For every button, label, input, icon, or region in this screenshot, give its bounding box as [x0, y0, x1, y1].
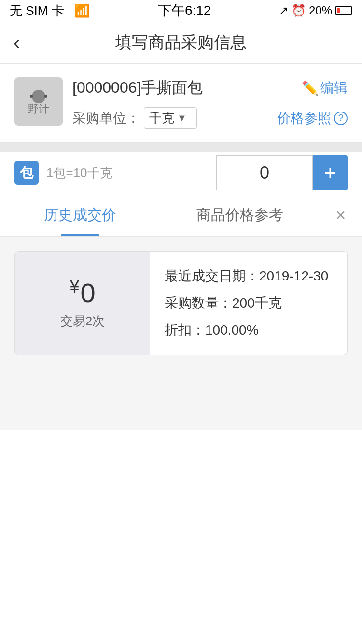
- status-time: 下午6:12: [158, 1, 211, 20]
- battery-icon: [335, 6, 352, 15]
- svg-text:野计: 野计: [28, 103, 49, 115]
- history-content: ¥0 交易2次 最近成交日期：2019-12-30 采购数量：200千克 折扣：…: [0, 237, 362, 430]
- quantity-unit-icon-label: 包: [20, 164, 33, 182]
- battery-percentage: 20%: [309, 4, 332, 17]
- history-trades-count: 交易2次: [60, 313, 105, 330]
- purchase-quantity-value: 200千克: [232, 295, 282, 310]
- quantity-unit-icon: 包: [14, 161, 39, 185]
- price-ref-label: 价格参照: [277, 109, 331, 127]
- edit-button[interactable]: ✏️ 编辑: [302, 79, 348, 97]
- recent-date-label: 最近成交日期：: [165, 268, 259, 283]
- discount-label: 折扣：: [165, 322, 205, 337]
- page-title: 填写商品采购信息: [115, 31, 247, 54]
- product-image-placeholder: 野计: [19, 82, 58, 121]
- tab-history-label: 历史成交价: [44, 205, 116, 225]
- status-right-group: ↗ ⏰ 20%: [279, 4, 352, 17]
- tab-close-button[interactable]: ×: [320, 205, 362, 225]
- quantity-input-group: +: [216, 155, 348, 190]
- product-unit-row: 采购单位： 千克 ▼ 价格参照 ?: [72, 107, 348, 129]
- unit-label-group: 采购单位： 千克 ▼: [72, 107, 197, 129]
- quantity-row: 包 1包=10千克 +: [0, 152, 362, 194]
- history-price-display: ¥0: [70, 277, 95, 308]
- nav-bar: ‹ 填写商品采购信息: [0, 21, 362, 64]
- quantity-unit-hint: 1包=10千克: [46, 165, 112, 182]
- close-icon: ×: [335, 205, 346, 225]
- edit-icon: ✏️: [302, 80, 319, 96]
- tabs-bar: 历史成交价 商品价格参考 ×: [0, 194, 362, 237]
- tab-price-reference[interactable]: 商品价格参考: [160, 194, 320, 236]
- unit-label-text: 采购单位：: [72, 109, 140, 127]
- recent-date-value: 2019-12-30: [259, 268, 328, 283]
- svg-point-1: [30, 95, 33, 98]
- back-button[interactable]: ‹: [14, 33, 20, 52]
- svg-point-2: [44, 95, 47, 98]
- discount-row: 折扣：100.00%: [165, 320, 333, 340]
- history-card-right: 最近成交日期：2019-12-30 采购数量：200千克 折扣：100.00%: [150, 252, 347, 355]
- product-image: 野计: [14, 77, 63, 126]
- status-sim-wifi: 无 SIM 卡 📶: [10, 2, 90, 19]
- discount-value: 100.00%: [205, 322, 259, 337]
- price-value: 0: [80, 277, 95, 308]
- currency-symbol: ¥: [70, 277, 79, 296]
- product-header: [0000006]手撕面包 ✏️ 编辑: [72, 77, 348, 98]
- sim-text: 无 SIM 卡: [10, 3, 64, 18]
- quantity-label-group: 包 1包=10千克: [14, 161, 112, 185]
- tab-active-underline: [61, 234, 99, 236]
- quantity-plus-button[interactable]: +: [313, 155, 348, 190]
- product-full-name: [0000006]手撕面包: [72, 77, 203, 98]
- product-card: 野计 [0000006]手撕面包 ✏️ 编辑 采购单位： 千克 ▼ 价格参照: [0, 64, 362, 143]
- unit-value: 千克: [149, 110, 174, 126]
- purchase-quantity-row: 采购数量：200千克: [165, 293, 333, 313]
- edit-label: 编辑: [320, 79, 348, 97]
- purchase-quantity-label: 采购数量：: [165, 295, 232, 310]
- tab-price-ref-label: 商品价格参考: [196, 205, 283, 225]
- price-ref-hint-icon: ?: [334, 112, 348, 125]
- svg-point-0: [32, 90, 45, 103]
- tab-history-price[interactable]: 历史成交价: [0, 194, 160, 236]
- wifi-icon: 📶: [74, 3, 90, 18]
- price-ref-button[interactable]: 价格参照 ?: [277, 109, 348, 127]
- product-info: [0000006]手撕面包 ✏️ 编辑 采购单位： 千克 ▼ 价格参照 ?: [72, 77, 348, 129]
- unit-select[interactable]: 千克 ▼: [144, 107, 197, 129]
- gray-divider: [0, 143, 362, 152]
- bottom-space: [0, 430, 362, 644]
- alarm-icon: ⏰: [292, 4, 306, 17]
- status-bar: 无 SIM 卡 📶 下午6:12 ↗ ⏰ 20%: [0, 0, 362, 21]
- unit-select-arrow: ▼: [177, 112, 187, 124]
- history-card: ¥0 交易2次 最近成交日期：2019-12-30 采购数量：200千克 折扣：…: [14, 251, 348, 355]
- history-card-left: ¥0 交易2次: [15, 252, 150, 355]
- quantity-input[interactable]: [216, 155, 313, 190]
- recent-date-row: 最近成交日期：2019-12-30: [165, 266, 333, 286]
- navigation-icon: ↗: [279, 4, 289, 17]
